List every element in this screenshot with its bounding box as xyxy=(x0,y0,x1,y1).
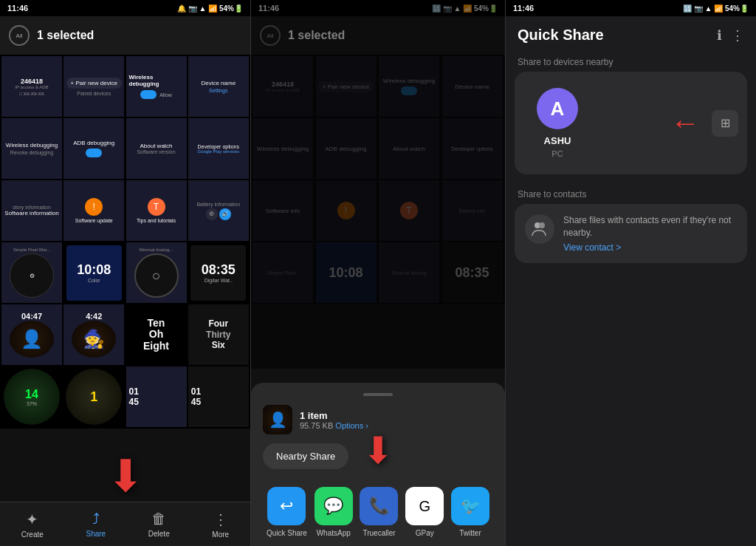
qr-icon: ⊞ xyxy=(721,116,730,130)
status-bar-right: 11:46 🔢 📷 ▲ 📶 54%🔋 xyxy=(506,0,756,16)
grid-cell-3[interactable]: Wireless debugging Allow xyxy=(126,56,187,117)
truecaller-icon: 📞 xyxy=(360,487,398,525)
grid-cell-24[interactable]: 01 45 xyxy=(188,366,249,427)
grid-cell-9[interactable]: story information Software information xyxy=(1,180,62,241)
share-item-info: 1 item 95.75 KB Options › xyxy=(300,410,493,430)
create-icon: ✦ xyxy=(26,511,38,528)
delete-icon: 🗑 xyxy=(151,511,166,528)
grid-cell-5[interactable]: Wireless debugging Revoke debugging xyxy=(1,118,62,179)
selection-title-left: 1 selected xyxy=(37,29,241,42)
quickshare-icon: ↩ xyxy=(267,487,306,525)
whatsapp-icon: 💬 xyxy=(315,487,353,525)
grid-cell-21[interactable]: 14 37% xyxy=(1,366,62,427)
all-circle-left[interactable]: All xyxy=(9,25,30,46)
device-info[interactable]: A ASHU PC xyxy=(525,82,590,164)
options-link[interactable]: Options › xyxy=(335,421,368,430)
truecaller-label: Truecaller xyxy=(362,529,395,537)
grid-cell-23[interactable]: 01 45 xyxy=(126,366,187,427)
whatsapp-label: WhatsApp xyxy=(317,529,351,537)
view-contact-link[interactable]: View contact > xyxy=(563,242,737,253)
share-apps-row: ↩ Quick Share 💬 WhatsApp 📞 Truecaller G xyxy=(263,478,493,546)
share-app-truecaller[interactable]: 📞 Truecaller xyxy=(360,487,398,537)
grid-cell-15[interactable]: Minimal Analog... ◯ xyxy=(126,242,187,303)
nav-create-label: Create xyxy=(21,530,44,539)
grid-cell-12[interactable]: Battery information ⚙ 🔊 xyxy=(188,180,249,241)
twitter-label: Twitter xyxy=(459,529,481,537)
grid-cell-14[interactable]: 10:08 Color xyxy=(63,242,124,303)
share-item-size: 95.75 KB Options › xyxy=(300,421,493,430)
grid-cell-20[interactable]: FourThirtySix xyxy=(188,304,249,365)
nav-share[interactable]: ⤴ Share xyxy=(86,511,106,538)
more-options-icon[interactable]: ⋮ xyxy=(731,27,744,44)
quickshare-label: Quick Share xyxy=(267,529,307,537)
dim-overlay xyxy=(251,0,505,369)
image-grid-left: 246418 IP access & ADB □ XX-XX-XX + Pair… xyxy=(0,55,250,502)
grid-cell-16[interactable]: 08:35 Digitar Wat.. xyxy=(188,242,249,303)
share-sheet: 👤 1 item 95.75 KB Options › Nearby Share… xyxy=(251,383,505,546)
twitter-icon: 🐦 xyxy=(451,487,489,525)
device-card: ⊞ A ASHU PC ← xyxy=(515,72,747,174)
contact-desc: Share files with contacts even if they'r… xyxy=(563,214,737,239)
device-card-inner: ⊞ A ASHU PC ← xyxy=(525,82,737,164)
quick-share-header: Quick Share ℹ ⋮ xyxy=(506,16,756,51)
info-icon[interactable]: ℹ xyxy=(717,27,722,44)
share-thumb: 👤 xyxy=(263,405,292,434)
gpay-icon: G xyxy=(405,487,444,525)
status-icons-left: 🔔 📷 ▲ 📶 54%🔋 xyxy=(177,4,243,13)
grid-cell-18[interactable]: 4:42 🧙 xyxy=(63,304,124,365)
grid-cell-13[interactable]: Simple Pixel Wat... ⚙ xyxy=(1,242,62,303)
bottom-nav-left: ✦ Create ⤴ Share 🗑 Delete ⋮ More xyxy=(0,502,250,546)
nav-create[interactable]: ✦ Create xyxy=(21,511,44,539)
share-app-twitter[interactable]: 🐦 Twitter xyxy=(451,487,489,537)
red-arrow-left: ← xyxy=(670,106,700,140)
grid-cell-6[interactable]: ADB debugging xyxy=(63,118,124,179)
contact-info: Share files with contacts even if they'r… xyxy=(563,214,737,253)
nav-more-label: More xyxy=(212,530,229,539)
grid-cell-1[interactable]: 246418 IP access & ADB □ XX-XX-XX xyxy=(1,56,62,117)
grid-cell-11[interactable]: T Tips and tutorials xyxy=(126,180,187,241)
grid-cell-8[interactable]: Developer options Google Play services xyxy=(188,118,249,179)
grid-cell-4[interactable]: Device name Settings xyxy=(188,56,249,117)
nearby-share-button[interactable]: Nearby Share xyxy=(263,443,348,469)
notification-icons-left: 🔔 📷 xyxy=(177,4,197,13)
share-app-gpay[interactable]: G GPay xyxy=(405,487,444,537)
qr-button[interactable]: ⊞ xyxy=(712,110,738,137)
nav-share-label: Share xyxy=(86,530,106,538)
share-sheet-header: 👤 1 item 95.75 KB Options › xyxy=(263,405,493,434)
header-action-icons: ℹ ⋮ xyxy=(717,27,744,44)
nav-delete[interactable]: 🗑 Delete xyxy=(148,511,170,538)
nav-delete-label: Delete xyxy=(148,530,170,538)
nearby-section-label: Share to devices nearby xyxy=(506,51,756,72)
device-name: ASHU xyxy=(544,135,571,146)
status-icons-right: 🔢 📷 ▲ 📶 54%🔋 xyxy=(683,4,749,13)
share-app-quickshare[interactable]: ↩ Quick Share xyxy=(267,487,307,537)
grid-cell-10[interactable]: ! Software update xyxy=(63,180,124,241)
share-item-count: 1 item xyxy=(300,410,493,421)
qr-button-container: ⊞ xyxy=(712,110,738,137)
red-arrow-left-container: ← xyxy=(670,106,700,140)
top-bar-left: All 1 selected xyxy=(0,16,250,55)
device-type: PC xyxy=(551,149,563,158)
grid-cell-2[interactable]: + Pair new device Paired devices xyxy=(63,56,124,117)
device-avatar: A xyxy=(537,88,578,129)
signal-icons-left: ▲ 📶 54%🔋 xyxy=(199,4,243,13)
panel-middle: 11:46 🔢 📷 ▲ 📶 54%🔋 All 1 selected 246418… xyxy=(251,0,506,546)
grid-cell-7[interactable]: About watch Software version xyxy=(126,118,187,179)
nav-more[interactable]: ⋮ More xyxy=(212,511,229,539)
grid-cell-17[interactable]: 04:47 👤 xyxy=(1,304,62,365)
gpay-label: GPay xyxy=(416,529,434,537)
svg-point-1 xyxy=(539,222,545,228)
more-icon: ⋮ xyxy=(213,511,228,528)
grid-cell-22[interactable]: 1 xyxy=(63,366,124,427)
share-app-whatsapp[interactable]: 💬 WhatsApp xyxy=(315,487,353,537)
grid-cell-19[interactable]: TenOhEight xyxy=(126,304,187,365)
time-left: 11:46 xyxy=(7,4,28,13)
quick-share-title: Quick Share xyxy=(518,27,604,44)
contact-icon xyxy=(525,214,554,244)
time-right: 11:46 xyxy=(513,4,534,13)
contacts-section-label: Share to contacts xyxy=(506,183,756,204)
share-icon: ⤴ xyxy=(92,511,100,528)
panel-right: 11:46 🔢 📷 ▲ 📶 54%🔋 Quick Share ℹ ⋮ Share… xyxy=(506,0,756,546)
contact-card: Share files with contacts even if they'r… xyxy=(515,204,747,263)
status-bar-left: 11:46 🔔 📷 ▲ 📶 54%🔋 xyxy=(0,0,250,16)
